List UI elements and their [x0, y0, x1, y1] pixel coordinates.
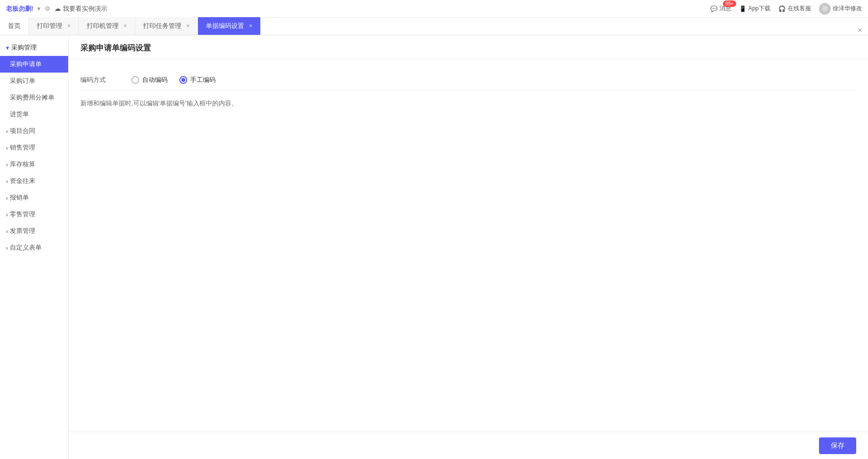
sidebar-group-purchase[interactable]: ▾ 采购管理	[0, 39, 68, 56]
sidebar-group-retail-mgmt[interactable]: › 零售管理	[0, 206, 68, 223]
sidebar-group-invoice-mgmt[interactable]: › 发票管理	[0, 223, 68, 239]
sidebar-group-purchase-label: 采购管理	[11, 43, 37, 52]
online-service-button[interactable]: 🎧 在线客服	[778, 4, 811, 13]
sidebar-group-project-label: 项目合同	[10, 127, 35, 135]
tab-print-mgmt-close[interactable]: ×	[67, 23, 71, 29]
sidebar-group-inventory-label: 库存核算	[10, 160, 35, 169]
tab-bar: 首页 打印管理 × 打印机管理 × 打印任务管理 × 单据编码设置 × ×	[0, 18, 868, 35]
tab-printer-mgmt-close[interactable]: ×	[124, 23, 127, 29]
top-bar-left: 老板勿删! ▾ ⚙ ☁ 我要看实例演示	[6, 4, 107, 13]
radio-auto-circle[interactable]	[131, 76, 139, 84]
radio-auto[interactable]: 自动编码	[131, 76, 168, 84]
sidebar-group-custom-form[interactable]: › 自定义表单	[0, 239, 68, 256]
tab-print-task-label: 打印任务管理	[143, 22, 181, 30]
tab-single-code[interactable]: 单据编码设置 ×	[198, 17, 261, 35]
expand-arrow-inventory: ›	[6, 161, 8, 168]
avatar: 徐	[819, 3, 831, 15]
sidebar-item-purchase-expense[interactable]: 采购费用分摊单	[0, 89, 68, 106]
expand-arrow-capital: ›	[6, 178, 8, 185]
tab-print-mgmt-label: 打印管理	[37, 22, 62, 30]
sidebar-item-purchase-request-label: 采购申请单	[10, 60, 42, 68]
encoding-label: 编码方式	[80, 76, 120, 84]
tab-single-code-label: 单据编码设置	[206, 22, 244, 30]
sidebar: ▾ 采购管理 采购申请单 采购订单 采购费用分摊单 进货单 › 项目合同 › 销…	[0, 35, 69, 459]
radio-manual-circle[interactable]	[179, 76, 187, 84]
content-footer: 保存	[69, 432, 868, 459]
online-service-label: 在线客服	[788, 4, 811, 13]
tab-printer-mgmt[interactable]: 打印机管理 ×	[79, 17, 135, 35]
main-layout: ▾ 采购管理 采购申请单 采购订单 采购费用分摊单 进货单 › 项目合同 › 销…	[0, 35, 868, 459]
encoding-row: 编码方式 自动编码 手工编码	[80, 70, 856, 91]
demo-link[interactable]: ☁ 我要看实例演示	[54, 4, 107, 13]
info-text: 新增和编辑单据时,可以编辑'单据编号'输入框中的内容。	[80, 99, 856, 109]
settings-body: 编码方式 自动编码 手工编码 新增和编辑单据时,可以编辑'单据编号'输入框中的内…	[69, 60, 868, 459]
tab-home-label: 首页	[8, 22, 21, 30]
sidebar-group-project-contract[interactable]: › 项目合同	[0, 123, 68, 139]
collapse-arrow: ▾	[6, 44, 9, 51]
content-area: 采购申请单编码设置 编码方式 自动编码 手工编码 新增和编辑单据时,可以编辑'单…	[69, 35, 868, 459]
tab-bar-actions: ×	[261, 26, 868, 35]
top-bar-right: 💬 消息 99+ 📱 App下载 🎧 在线客服 徐 徐泽华修改	[710, 3, 862, 15]
tab-single-code-close[interactable]: ×	[249, 23, 252, 29]
expand-arrow-sales: ›	[6, 144, 8, 152]
radio-manual[interactable]: 手工编码	[179, 76, 216, 84]
sidebar-group-returns-label: 报销单	[10, 193, 29, 202]
radio-manual-label: 手工编码	[190, 76, 216, 84]
sidebar-group-sales-label: 销售管理	[10, 143, 35, 152]
sidebar-group-returns[interactable]: › 报销单	[0, 189, 68, 206]
sidebar-item-purchase-order[interactable]: 采购订单	[0, 73, 68, 89]
close-all-icon[interactable]: ×	[858, 26, 862, 35]
message-icon: 💬	[710, 5, 718, 12]
expand-arrow-returns: ›	[6, 194, 8, 202]
expand-arrow-project: ›	[6, 128, 8, 135]
top-bar: 老板勿删! ▾ ⚙ ☁ 我要看实例演示 💬 消息 99+ 📱 App下载 🎧 在…	[0, 0, 868, 18]
app-download-button[interactable]: 📱 App下载	[739, 4, 770, 13]
sidebar-group-custom-label: 自定义表单	[10, 243, 42, 252]
sidebar-group-retail-label: 零售管理	[10, 210, 35, 219]
headset-icon: 🎧	[778, 5, 786, 12]
radio-auto-label: 自动编码	[142, 76, 168, 84]
demo-link-text: 我要看实例演示	[63, 4, 107, 13]
sidebar-group-inventory[interactable]: › 库存核算	[0, 156, 68, 173]
brand-text: 老板勿删!	[6, 4, 33, 13]
message-button[interactable]: 💬 消息 99+	[710, 4, 731, 13]
sidebar-item-incoming-label: 进货单	[10, 110, 29, 118]
sidebar-group-sales-mgmt[interactable]: › 销售管理	[0, 139, 68, 156]
sidebar-item-incoming[interactable]: 进货单	[0, 106, 68, 123]
sidebar-item-purchase-order-label: 采购订单	[10, 77, 35, 84]
sidebar-item-purchase-expense-label: 采购费用分摊单	[10, 94, 54, 101]
username-label: 徐泽华修改	[833, 4, 862, 13]
tab-print-task[interactable]: 打印任务管理 ×	[135, 17, 198, 35]
expand-arrow-custom: ›	[6, 244, 8, 252]
message-badge: 99+	[723, 0, 736, 7]
sidebar-group-invoice-label: 发票管理	[10, 227, 35, 235]
tab-print-task-close[interactable]: ×	[186, 23, 190, 29]
expand-arrow-invoice: ›	[6, 228, 8, 235]
dropdown-icon[interactable]: ▾	[37, 5, 41, 12]
save-button[interactable]: 保存	[819, 437, 856, 454]
expand-arrow-retail: ›	[6, 211, 8, 218]
app-download-label: App下载	[748, 4, 770, 13]
tab-home[interactable]: 首页	[0, 17, 29, 35]
tab-print-mgmt[interactable]: 打印管理 ×	[29, 17, 79, 35]
user-menu[interactable]: 徐 徐泽华修改	[819, 3, 862, 15]
page-title: 采购申请单编码设置	[80, 43, 856, 53]
content-header: 采购申请单编码设置	[69, 35, 868, 60]
tab-printer-mgmt-label: 打印机管理	[87, 22, 119, 30]
sidebar-group-capital-label: 资金往来	[10, 177, 35, 185]
sidebar-item-purchase-request[interactable]: 采购申请单	[0, 56, 68, 73]
cloud-icon: ☁	[54, 5, 61, 12]
sidebar-group-capital[interactable]: › 资金往来	[0, 173, 68, 189]
phone-icon: 📱	[739, 5, 746, 12]
gear-icon[interactable]: ⚙	[45, 5, 50, 12]
